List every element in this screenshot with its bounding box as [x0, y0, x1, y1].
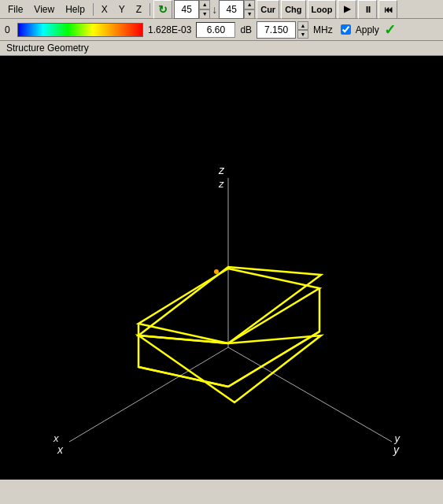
menu-z[interactable]: Z [131, 2, 146, 17]
colorbar-gradient [17, 23, 143, 37]
colorbar-max-label: 1.628E-03 [148, 24, 191, 35]
menu-divider-2 [150, 3, 150, 16]
mhz-label: MHz [313, 24, 333, 35]
apply-checkmark-icon[interactable]: ✓ [384, 21, 396, 39]
colorbar-min-label: 0 [5, 24, 13, 35]
play-icon: ▶ [344, 4, 350, 14]
y-spin-input[interactable]: 45 [219, 0, 244, 19]
freq-input[interactable]: 7.150 [257, 21, 296, 39]
svg-text:x: x [57, 443, 64, 456]
colorbar-row: 0 1.628E-03 6.60 dB 7.150 ▲ ▼ MHz Apply … [0, 19, 443, 41]
pause-icon: ⏸ [364, 5, 372, 14]
freq-up[interactable]: ▲ [297, 21, 308, 30]
y-spin-arrows: ▲ ▼ [244, 0, 255, 19]
x-spin-up[interactable]: ▲ [199, 0, 210, 9]
stop-button[interactable]: ⏮ [378, 0, 397, 19]
svg-text:y: y [393, 443, 400, 456]
section-label: Structure Geometry [0, 41, 443, 56]
x-axis-label: x [54, 432, 59, 444]
x-spin-input[interactable]: 45 [174, 0, 199, 19]
cur-button[interactable]: Cur [257, 0, 279, 19]
apply-label[interactable]: Apply [356, 24, 379, 35]
db-value-input[interactable]: 6.60 [196, 22, 235, 38]
menu-y[interactable]: Y [114, 2, 130, 17]
z-axis-label: z [219, 178, 224, 190]
svg-line-8 [138, 367, 228, 387]
svg-point-11 [214, 269, 219, 274]
freq-down[interactable]: ▼ [297, 30, 308, 39]
y-arrow-icon: ↓ [212, 3, 217, 16]
x-spin-arrows: ▲ ▼ [199, 0, 210, 19]
chg-button[interactable]: Chg [281, 0, 305, 19]
geometry-svg: z x y [0, 56, 443, 480]
refresh-button[interactable]: ↻ [153, 0, 172, 19]
viewport[interactable]: z x y z x y [0, 56, 443, 480]
play-button[interactable]: ▶ [338, 0, 356, 19]
x-spin-group: 45 ▲ ▼ [174, 0, 210, 19]
freq-arrows: ▲ ▼ [297, 21, 308, 39]
menu-help[interactable]: Help [61, 2, 90, 17]
db-unit-label: dB [240, 24, 252, 35]
y-axis-label: y [395, 432, 401, 444]
menu-file[interactable]: File [3, 2, 28, 17]
menu-view[interactable]: View [29, 2, 59, 17]
svg-marker-6 [138, 267, 321, 343]
svg-marker-7 [138, 335, 321, 402]
menu-divider-1 [93, 3, 94, 16]
menu-x[interactable]: X [97, 2, 113, 17]
stop-icon: ⏮ [384, 5, 393, 14]
y-spin-down[interactable]: ▼ [244, 9, 255, 19]
x-spin-down[interactable]: ▼ [199, 9, 210, 19]
svg-line-1 [69, 347, 228, 442]
y-spin-up[interactable]: ▲ [244, 0, 255, 9]
refresh-icon: ↻ [158, 3, 168, 16]
svg-line-2 [228, 347, 392, 442]
pause-button[interactable]: ⏸ [358, 0, 377, 19]
freq-group: 7.150 ▲ ▼ [257, 21, 308, 39]
loop-button[interactable]: Loop [308, 0, 337, 19]
apply-checkbox[interactable] [341, 24, 351, 35]
svg-text:z: z [218, 164, 225, 176]
menu-bar: File View Help X Y Z ↻ 45 ▲ ▼ ↓ 45 ▲ ▼ C… [0, 0, 443, 19]
y-spin-group: 45 ▲ ▼ [219, 0, 255, 19]
